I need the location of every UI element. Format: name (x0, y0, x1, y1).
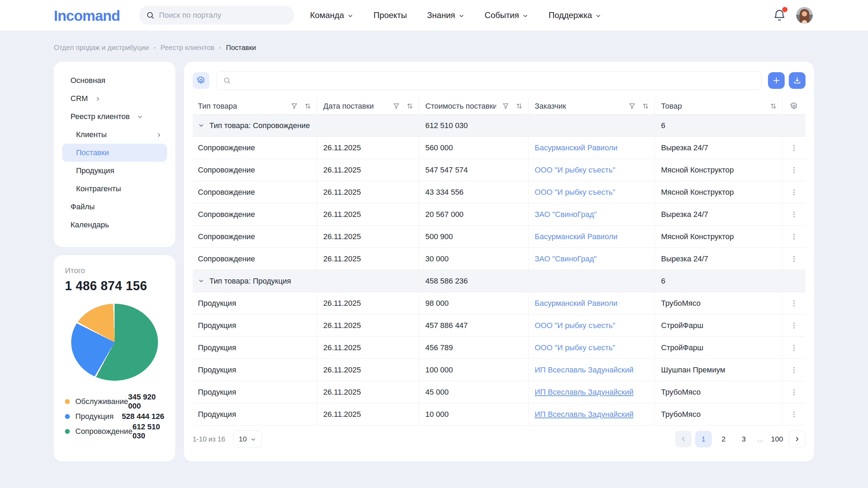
customer-link[interactable]: ООО "И рыбку съесть" (535, 166, 615, 175)
topbar-actions (773, 0, 813, 31)
sort-icon[interactable] (406, 102, 414, 110)
add-button[interactable] (768, 72, 785, 89)
legend-dot-orange (65, 399, 70, 404)
customer-link[interactable]: ЗАО "СвиноГрад" (535, 254, 597, 263)
column-label: Дата поставки (323, 102, 387, 111)
table-search-input[interactable] (235, 76, 755, 85)
row-menu-icon[interactable] (790, 188, 798, 196)
sidebar-item-crm[interactable]: CRM (62, 90, 167, 108)
pagination-next-button[interactable] (789, 431, 806, 447)
breadcrumb-item-2[interactable]: Реестр клиентов (160, 44, 214, 52)
pagination-page-3[interactable]: 3 (735, 431, 752, 447)
sidebar-item-counterparties[interactable]: Контрагенты (62, 180, 167, 198)
export-download-button[interactable] (789, 72, 806, 89)
customer-link[interactable]: Басурманский Равиоли (535, 299, 618, 308)
portal-search-input[interactable] (159, 11, 287, 20)
page-size-value: 10 (239, 435, 247, 443)
table-row: Продукция 26.11.2025 457 886 447 ООО "И … (193, 314, 806, 337)
customer-link[interactable]: ИП Всеславль Задунайский (535, 410, 634, 419)
table-row: Продукция 26.11.2025 45 000 ИП Всеславль… (193, 381, 806, 403)
sidebar-item-main[interactable]: Основная (62, 71, 167, 90)
table-row: Сопровождение 26.11.2025 20 567 000 ЗАО … (193, 203, 806, 226)
page-size-select[interactable]: 10 (233, 431, 262, 447)
chevron-right-icon (95, 96, 101, 102)
row-menu-icon[interactable] (790, 144, 798, 152)
columns-gear-icon[interactable] (790, 102, 798, 110)
cell-type: Продукция (193, 314, 317, 336)
sidebar-item-label: Поставки (76, 148, 109, 157)
cell-cost: 98 000 (419, 292, 528, 314)
nav-knowledge[interactable]: Знания (427, 10, 465, 20)
customer-link[interactable]: ИП Всеславль Задунайский (535, 365, 634, 375)
sidebar-item-label: Клиенты (76, 130, 107, 139)
row-menu-icon[interactable] (790, 366, 798, 374)
sidebar-item-files[interactable]: Файлы (62, 198, 167, 216)
sort-icon[interactable] (515, 102, 523, 110)
nav-events[interactable]: События (485, 10, 528, 20)
row-menu-icon[interactable] (790, 166, 798, 174)
row-menu-icon[interactable] (790, 255, 798, 263)
pagination-page-100[interactable]: 100 (769, 431, 785, 447)
sidebar-item-label: Календарь (70, 220, 109, 229)
page: Incomand Команда Проекты Знания События (0, 0, 868, 488)
row-menu-icon[interactable] (790, 388, 798, 396)
sort-icon[interactable] (642, 102, 650, 110)
column-header-customer: Заказчик (528, 98, 655, 114)
app-logo[interactable]: Incomand (54, 8, 120, 24)
pagination-page-1[interactable]: 1 (695, 431, 712, 447)
group-row-products: Тип товара: Продукция 458 586 236 6 (193, 270, 806, 292)
cell-product: Мясной Конструктор (655, 181, 783, 203)
topbar: Incomand Команда Проекты Знания События (0, 0, 868, 31)
pagination-prev-button[interactable] (675, 431, 692, 447)
notification-dot (782, 7, 787, 12)
table-settings-button[interactable] (193, 72, 209, 89)
sidebar-item-clients[interactable]: Клиенты (62, 126, 167, 144)
cell-cost: 456 789 (419, 337, 528, 359)
collapse-chevron-icon[interactable] (198, 278, 205, 284)
row-menu-icon[interactable] (790, 233, 798, 241)
legend-value: 528 444 126 (122, 412, 164, 421)
notifications-button[interactable] (773, 8, 786, 22)
column-label: Товар (661, 102, 764, 111)
sidebar-item-calendar[interactable]: Календарь (62, 216, 167, 234)
breadcrumb-item-1[interactable]: Отдел продаж и дистрибуции (54, 44, 149, 52)
customer-link[interactable]: ЗАО "СвиноГрад" (535, 210, 597, 219)
sidebar-item-deliveries[interactable]: Поставки (62, 144, 167, 162)
nav-projects[interactable]: Проекты (374, 10, 407, 20)
customer-link[interactable]: ООО "И рыбку съесть" (535, 343, 615, 352)
filter-icon[interactable] (628, 102, 636, 110)
column-header-product: Товар (655, 98, 783, 114)
row-menu-icon[interactable] (790, 321, 798, 330)
table-row: Сопровождение 26.11.2025 560 000 Басурма… (193, 137, 806, 159)
customer-link[interactable]: ООО "И рыбку съесть" (535, 188, 615, 197)
user-avatar[interactable] (796, 7, 813, 24)
row-menu-icon[interactable] (790, 210, 798, 219)
customer-link[interactable]: Басурманский Равиоли (535, 232, 618, 241)
nav-team[interactable]: Команда (310, 10, 353, 20)
filter-icon[interactable] (290, 102, 298, 110)
search-icon (223, 76, 231, 85)
sidebar-item-products[interactable]: Продукция (62, 162, 167, 180)
sort-icon[interactable] (304, 102, 312, 110)
cell-cost: 45 000 (419, 381, 528, 403)
sidebar-item-client-registry[interactable]: Реестр клиентов (62, 108, 167, 126)
filter-icon[interactable] (502, 102, 510, 110)
customer-link[interactable]: ООО "И рыбку съесть" (535, 321, 615, 330)
filter-icon[interactable] (392, 102, 400, 110)
customer-link[interactable]: Басурманский Равиоли (535, 143, 618, 152)
pagination-page-2[interactable]: 2 (715, 431, 732, 447)
nav-team-label: Команда (310, 10, 344, 20)
nav-support[interactable]: Поддержка (549, 10, 601, 20)
legend-item-products: Продукция 528 444 126 (65, 409, 164, 424)
cell-date: 26.11.2025 (317, 181, 419, 203)
row-menu-icon[interactable] (790, 299, 798, 308)
table-search (216, 71, 761, 90)
cell-date: 26.11.2025 (317, 359, 419, 381)
row-menu-icon[interactable] (790, 410, 798, 419)
nav-projects-label: Проекты (374, 10, 407, 20)
row-menu-icon[interactable] (790, 344, 798, 352)
customer-link[interactable]: ИП Всеславль Задунайский (535, 388, 634, 397)
collapse-chevron-icon[interactable] (198, 122, 205, 129)
chevron-down-icon (458, 13, 465, 19)
sort-icon[interactable] (769, 102, 777, 110)
